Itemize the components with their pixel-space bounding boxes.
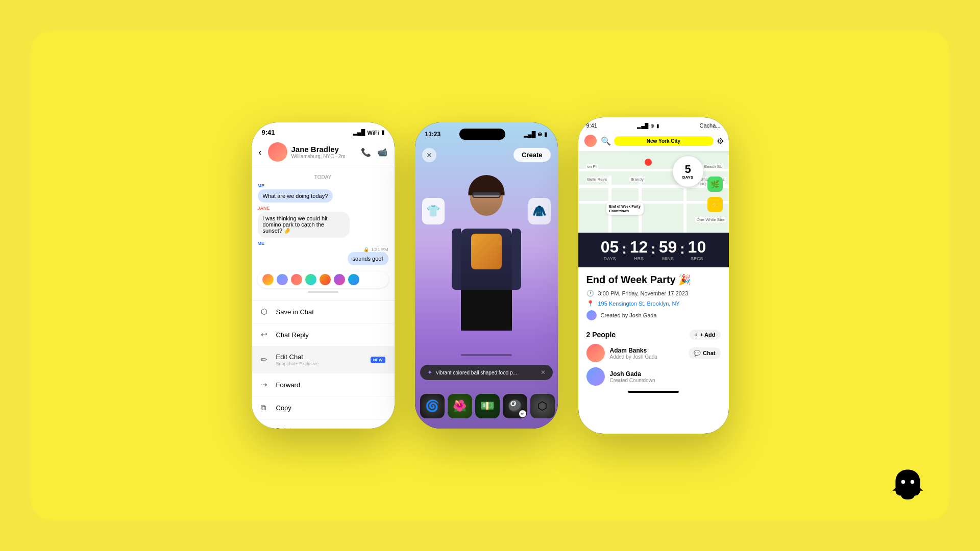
mini-avatar-5 — [319, 273, 331, 286]
menu-save-in-chat[interactable]: ⬡ Save in Chat — [252, 300, 395, 323]
red-dot-marker — [645, 159, 652, 166]
countdown-days: 05 DAYS — [601, 239, 619, 261]
video-icon[interactable]: 📹 — [377, 147, 387, 157]
countdown-hrs-label: HRS — [634, 256, 644, 261]
countdown-days-label: DAYS — [604, 256, 616, 261]
mini-avatar-2 — [276, 273, 288, 286]
avatar-arm-right — [512, 229, 521, 290]
adam-avatar — [586, 344, 605, 362]
map-label-one-white: One White Stre — [695, 217, 726, 222]
avatar-body: 👕 — [415, 157, 558, 351]
mini-avatar-3 — [290, 273, 303, 286]
delete-icon: 🗑 — [261, 426, 270, 429]
creator-avatar — [586, 310, 597, 320]
signal-icon: ▂▄█ — [353, 129, 365, 136]
menu-forward[interactable]: ⇢ Forward — [252, 373, 395, 396]
avatar-figure — [448, 178, 525, 331]
mini-avatar-1 — [262, 273, 274, 286]
countdown-mins: 59 MINS — [659, 239, 677, 261]
countdown-mins-label: MINS — [662, 256, 674, 261]
people-count: 2 People — [586, 331, 616, 339]
reply-icon: ↩ — [261, 330, 270, 339]
yellow-badge: ⚡ — [707, 197, 723, 212]
event-title: End of Week Party 🎉 — [586, 273, 721, 286]
ghost-eye-right — [911, 480, 915, 484]
time-2: 11:23 — [425, 131, 441, 138]
sparkle-icon: ✦ — [427, 369, 432, 376]
wifi-2: ⊕ — [537, 131, 542, 138]
adam-chat-button[interactable]: 💬 Chat — [689, 347, 720, 359]
menu-edit-chat[interactable]: ✏ Edit Chat Snapchat+ Exclusive NEW — [252, 346, 395, 373]
phone-icon[interactable]: 📞 — [361, 147, 371, 157]
msg-sender-me-1: ME — [258, 183, 388, 188]
colon-1: : — [621, 241, 627, 257]
event-datetime: 3:00 PM, Friday, November 17 2023 — [598, 290, 689, 296]
add-button[interactable]: + + Add — [690, 330, 721, 340]
status-bar-3: 9:41 ▂▄█ ⊕ ▮ Cacha... — [578, 117, 729, 131]
map-label-brandy: Brandy — [629, 177, 645, 182]
menu-delete[interactable]: 🗑 Delete — [252, 419, 395, 429]
map-label-belle-reve: Belle Reve — [586, 177, 609, 182]
edit-chat-sub: Snapchat+ Exclusive — [276, 361, 319, 366]
party-marker: End of Week PartyCountdown — [606, 203, 644, 215]
snapchat-logo — [889, 466, 927, 506]
countdown-secs: 10 SECS — [688, 239, 706, 261]
status-icons-3: ▂▄█ ⊕ ▮ — [637, 123, 659, 129]
signal-2: ▂▄█ — [524, 131, 536, 138]
sticker-edit-badge: ✏ — [519, 410, 526, 417]
event-datetime-row: 🕐 3:00 PM, Friday, November 17 2023 — [586, 290, 721, 297]
sticker-2[interactable]: 🌺 — [448, 394, 472, 418]
sticker-3[interactable]: 💵 — [475, 394, 500, 418]
edit-icon: ✏ — [261, 355, 270, 364]
colon-2: : — [650, 241, 656, 257]
adam-sub: Added by Josh Gada — [610, 354, 684, 360]
clock-icon: 🕐 — [586, 290, 594, 297]
clothing-option-right-1[interactable]: 🧥 — [528, 198, 551, 224]
chat-user-name: Jane Bradley — [291, 145, 357, 154]
avatar-pants — [461, 290, 512, 331]
avatar-head — [470, 178, 503, 216]
countdown-panel: 05 DAYS : 12 HRS : 59 MINS : 10 SECS — [578, 233, 729, 267]
map-search-icon[interactable]: 🔍 — [601, 136, 611, 146]
outer-card: 9:41 ▂▄█ WiFi ▮ ‹ Jane Bradley Williamsb… — [31, 31, 949, 520]
chat-user-sub: Williamsburg, NYC · 2m — [291, 154, 357, 159]
msg-sender-jane: JANE — [258, 206, 388, 211]
adam-name: Adam Banks — [610, 347, 684, 354]
signal-3: ▂▄█ — [637, 123, 648, 129]
map-location-pill[interactable]: New York City — [614, 136, 714, 146]
add-icon: + — [695, 332, 698, 338]
map-gear-icon[interactable]: ⚙ — [717, 136, 724, 146]
map-label-beach-st: Beach St. — [703, 164, 724, 169]
prompt-close-icon[interactable]: ✕ — [541, 369, 546, 376]
map-header-bar: 🔍 New York City ⚙ — [578, 131, 729, 151]
avatar-glasses — [472, 192, 500, 198]
menu-copy[interactable]: ⧉ Copy — [252, 396, 395, 419]
map-location-text: New York City — [647, 138, 680, 144]
battery-3: ▮ — [656, 123, 659, 129]
msg-timestamp: 1:31 PM — [371, 247, 388, 252]
prompt-bar: ✦ vibrant colored ball shaped food p... … — [420, 365, 553, 380]
save-icon: ⬡ — [261, 307, 270, 316]
people-section: 2 People + + Add Adam Banks Added by Jos… — [578, 330, 729, 386]
countdown-secs-num: 10 — [688, 239, 706, 255]
time-3: 9:41 — [586, 122, 597, 129]
chat-header: ‹ Jane Bradley Williamsburg, NYC · 2m 📞 … — [252, 139, 395, 167]
copy-icon: ⧉ — [261, 403, 270, 412]
event-address[interactable]: 195 Kensington St, Brooklyn, NY — [598, 300, 680, 307]
sticker-4[interactable]: 🎱 ✏ — [503, 394, 527, 418]
avatar-hoodie-design — [471, 234, 502, 269]
josh-sub: Created Countdown — [610, 378, 721, 383]
adam-info: Adam Banks Added by Josh Gada — [610, 347, 684, 360]
countdown-num: 5 — [684, 164, 691, 175]
sticker-1[interactable]: 🌀 — [420, 394, 445, 418]
josh-avatar — [586, 367, 605, 386]
back-arrow-icon[interactable]: ‹ — [259, 147, 262, 158]
menu-chat-reply[interactable]: ↩ Chat Reply — [252, 323, 395, 346]
wifi-3: ⊕ — [650, 123, 654, 129]
forward-icon: ⇢ — [261, 380, 270, 389]
sticker-5[interactable]: ⬡ — [530, 394, 555, 418]
add-label: + Add — [700, 332, 715, 338]
person-row-adam: Adam Banks Added by Josh Gada 💬 Chat — [586, 344, 721, 362]
ghost-shape — [893, 470, 923, 500]
clothing-option-left-1[interactable]: 👕 — [422, 198, 445, 224]
